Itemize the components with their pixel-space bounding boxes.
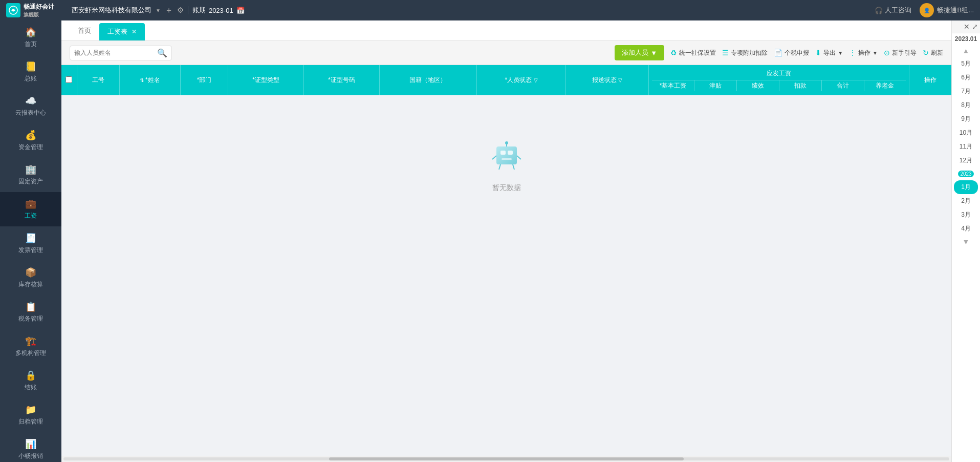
top-bar-right: 🎧 人工咨询 👤 畅捷通B组... (875, 3, 974, 17)
sidebar-item-archive[interactable]: 📁 归档管理 (0, 398, 61, 432)
search-input[interactable] (74, 49, 155, 56)
company-selector[interactable]: 西安虾米网络科技有限公司 ▼ (72, 6, 161, 15)
sidebar: 🏠 首页 📒 总账 ☁️ 云报表中心 💰 资金管理 🏢 固定资产 💼 工资 🧾 … (0, 20, 61, 462)
sidebar-item-cloud-report[interactable]: ☁️ 云报表中心 (0, 89, 61, 123)
add-company-icon[interactable]: ＋ (165, 5, 173, 16)
month-2[interactable]: 2月 (952, 194, 980, 208)
guide-button[interactable]: ⊙ 新手引导 (884, 49, 917, 57)
month-3[interactable]: 3月 (952, 208, 980, 222)
sidebar-item-salary[interactable]: 💼 工资 (0, 192, 61, 226)
month-10[interactable]: 10月 (952, 126, 980, 140)
month-11[interactable]: 11月 (952, 140, 980, 154)
th-cert-no: *证型号码 (303, 65, 379, 95)
add-person-button[interactable]: 添加人员 ▼ (615, 45, 664, 60)
sidebar-label-cloud: 云报表中心 (15, 109, 46, 117)
calendar-icon[interactable]: 📅 (236, 7, 245, 14)
company-dropdown-icon[interactable]: ▼ (156, 8, 161, 13)
th-report-status: 报送状态 ▽ (565, 65, 649, 95)
month-5[interactable]: 5月 (952, 57, 980, 71)
period-selector[interactable]: 账期 2023-01 📅 (192, 6, 245, 15)
panel-close-icon[interactable]: ✕ (964, 23, 970, 31)
svg-line-7 (492, 156, 496, 159)
th-country: 国籍（地区） (379, 65, 477, 95)
th-performance: 绩效 (737, 80, 779, 91)
logo-icon (6, 3, 20, 17)
export-button[interactable]: ⬇ 导出 ▼ (815, 49, 843, 57)
month-1[interactable]: 1月 (954, 180, 978, 194)
filter-icon-status[interactable]: ▽ (534, 77, 538, 83)
sidebar-item-multi-org[interactable]: 🏗️ 多机构管理 (0, 329, 61, 364)
main-layout: 🏠 首页 📒 总账 ☁️ 云报表中心 💰 资金管理 🏢 固定资产 💼 工资 🧾 … (0, 20, 980, 462)
month-9[interactable]: 9月 (952, 112, 980, 126)
tax-icon: 📋 (25, 301, 36, 312)
sidebar-label-ledger: 总账 (25, 74, 37, 83)
sidebar-item-ledger[interactable]: 📒 总账 (0, 55, 61, 89)
archive-icon: 📁 (25, 404, 36, 415)
settings-icon[interactable]: ⚙ (177, 6, 184, 15)
refresh-button[interactable]: ↻ 刷新 (923, 49, 943, 57)
month-8[interactable]: 8月 (952, 98, 980, 112)
month-4[interactable]: 4月 (952, 222, 980, 236)
sidebar-item-fixed-assets[interactable]: 🏢 固定资产 (0, 158, 61, 192)
operations-icon: ⋮ (849, 49, 856, 57)
divider (188, 6, 188, 14)
tax-return-icon: 📄 (774, 49, 782, 57)
company-name: 西安虾米网络科技有限公司 (72, 6, 151, 15)
sidebar-label-invoice: 发票管理 (18, 246, 43, 255)
tax-return-button[interactable]: 📄 个税申报 (774, 49, 809, 57)
sidebar-label-archive: 归档管理 (18, 417, 43, 426)
fixed-assets-icon: 🏢 (25, 164, 36, 175)
sidebar-label-tax: 税务管理 (18, 314, 43, 323)
special-deduction-button[interactable]: ☰ 专项附加扣除 (722, 49, 768, 57)
sort-icon-name[interactable]: ⇅ (140, 77, 144, 83)
month-6[interactable]: 6月 (952, 71, 980, 85)
empty-text: 暂无数据 (492, 183, 521, 193)
search-icon: 🔍 (157, 48, 167, 58)
sidebar-item-inventory[interactable]: 📦 库存核算 (0, 261, 61, 295)
panel-expand-icon[interactable]: ⤢ (972, 23, 978, 31)
th-id: 工号 (77, 65, 119, 95)
sidebar-item-tax[interactable]: 📋 税务管理 (0, 295, 61, 329)
tab-home[interactable]: 首页 (70, 22, 99, 40)
operations-label: 操作 (858, 49, 870, 57)
operations-button[interactable]: ⋮ 操作 ▼ (849, 49, 878, 57)
top-bar: 畅通好会计 旗舰版 西安虾米网络科技有限公司 ▼ ＋ ⚙ 账期 2023-01 … (0, 0, 980, 20)
th-checkbox[interactable] (61, 65, 77, 95)
sidebar-label-salary: 工资 (25, 212, 37, 220)
nav-down-arrow[interactable]: ▼ (952, 236, 980, 248)
sidebar-item-home[interactable]: 🏠 首页 (0, 20, 61, 55)
nav-up-arrow[interactable]: ▲ (952, 45, 980, 57)
toolbar: 🔍 添加人员 ▼ ♻ 统一社保设置 ☰ 专项附加扣除 📄 个税申报 (61, 41, 951, 65)
month-12[interactable]: 12月 (952, 154, 980, 167)
filter-icon-report[interactable]: ▽ (618, 77, 622, 83)
social-security-label: 统一社保设置 (679, 49, 716, 57)
tab-salary-table[interactable]: 工资表 ✕ (99, 23, 145, 40)
table-wrap: 工号 ⇅ *姓名 *部门 *证型类型 *证型号码 国籍（地区） *人员状态 ▽ … (61, 65, 951, 456)
social-security-button[interactable]: ♻ 统一社保设置 (670, 49, 716, 57)
sidebar-label-inventory: 库存核算 (18, 280, 43, 289)
svg-line-8 (517, 156, 521, 159)
tab-close-icon[interactable]: ✕ (132, 28, 137, 35)
multi-org-icon: 🏗️ (25, 335, 36, 347)
expense-icon: 📊 (25, 438, 36, 450)
human-service-label: 人工咨询 (885, 6, 911, 15)
sidebar-item-close[interactable]: 🔒 结账 (0, 364, 61, 398)
user-menu[interactable]: 👤 畅捷通B组... (920, 3, 974, 17)
sidebar-label-close: 结账 (25, 383, 37, 392)
sidebar-item-invoice[interactable]: 🧾 发票管理 (0, 226, 61, 261)
period-label: 账期 (192, 6, 206, 15)
human-service-button[interactable]: 🎧 人工咨询 (875, 6, 911, 15)
inventory-icon: 📦 (25, 267, 36, 278)
sidebar-item-finance[interactable]: 💰 资金管理 (0, 123, 61, 158)
select-all-checkbox[interactable] (66, 76, 72, 83)
app-logo: 畅通好会计 旗舰版 (6, 3, 68, 18)
dropdown-arrow-icon: ▼ (650, 49, 657, 57)
scrollbar-thumb[interactable] (329, 457, 683, 460)
panel-header: ✕ ⤢ (952, 20, 980, 33)
th-total: 合计 (822, 80, 864, 91)
tab-salary-label: 工资表 (107, 27, 127, 36)
sidebar-item-expense[interactable]: 📊 小畅报销 (0, 432, 61, 462)
horizontal-scrollbar[interactable] (61, 456, 951, 462)
toolbar-right: 添加人员 ▼ ♻ 统一社保设置 ☰ 专项附加扣除 📄 个税申报 ⬇ (615, 45, 943, 60)
month-7[interactable]: 7月 (952, 85, 980, 98)
